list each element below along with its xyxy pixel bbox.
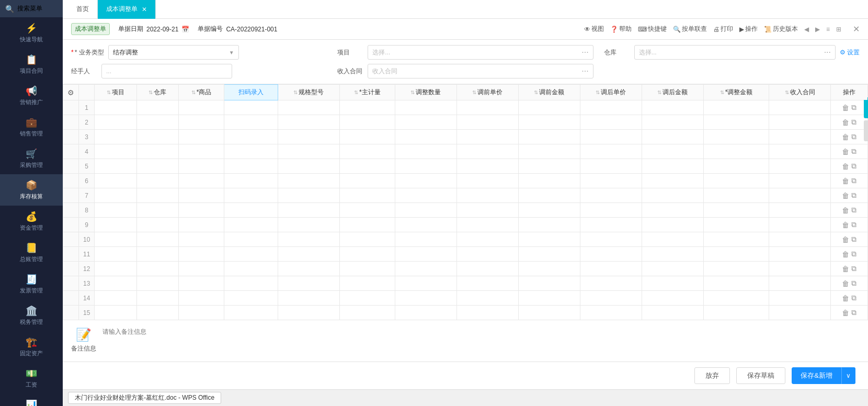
- row-project[interactable]: [95, 174, 136, 188]
- sidebar-item-purchase-management[interactable]: 🛒 采购管理: [0, 143, 63, 174]
- row-adjust-amount[interactable]: [703, 188, 769, 203]
- row-before-amount[interactable]: [518, 276, 580, 291]
- row-product[interactable]: [178, 291, 224, 306]
- sidebar-item-sales-promotion[interactable]: 📢 营销推广: [0, 80, 63, 111]
- nav-prev-button[interactable]: ◀: [804, 26, 809, 33]
- row-copy-icon[interactable]: ⧉: [851, 250, 856, 258]
- row-after-price[interactable]: [580, 144, 642, 159]
- col-settings[interactable]: ⚙: [63, 85, 79, 100]
- row-adjust-qty[interactable]: [395, 174, 457, 188]
- row-product[interactable]: [178, 306, 224, 320]
- save-draft-button[interactable]: 保存草稿: [736, 367, 785, 384]
- row-income-contract[interactable]: [769, 247, 831, 262]
- sidebar-item-fixed-assets[interactable]: 🏗️ 固定资产: [0, 331, 63, 363]
- row-spec-type[interactable]: [278, 306, 339, 320]
- row-delete-icon[interactable]: 🗑: [842, 177, 849, 185]
- row-copy-icon[interactable]: ⧉: [851, 118, 856, 127]
- col-unit[interactable]: ⇅*主计量: [339, 85, 395, 100]
- sidebar-item-fund-management[interactable]: 💰 资金管理: [0, 206, 63, 237]
- row-income-contract[interactable]: [769, 174, 831, 188]
- row-copy-icon[interactable]: ⧉: [851, 308, 856, 317]
- row-delete-icon[interactable]: 🗑: [842, 191, 849, 200]
- row-adjust-amount[interactable]: [703, 203, 769, 218]
- row-product[interactable]: [178, 174, 224, 188]
- row-after-price[interactable]: [580, 291, 642, 306]
- row-product[interactable]: [178, 144, 224, 159]
- row-adjust-amount[interactable]: [703, 130, 769, 144]
- row-before-amount[interactable]: [518, 159, 580, 174]
- row-unit[interactable]: [339, 130, 395, 144]
- row-adjust-amount[interactable]: [703, 100, 769, 115]
- income-contract-input[interactable]: 收入合同 ···: [368, 64, 593, 78]
- row-spec-type[interactable]: [278, 218, 339, 232]
- row-after-amount[interactable]: [642, 306, 703, 320]
- row-copy-icon[interactable]: ⧉: [851, 220, 856, 229]
- row-before-amount[interactable]: [518, 306, 580, 320]
- table-row[interactable]: 10 🗑 ⧉: [63, 232, 868, 247]
- row-after-amount[interactable]: [642, 262, 703, 276]
- row-spec-type[interactable]: [278, 159, 339, 174]
- row-income-contract[interactable]: [769, 188, 831, 203]
- row-scan-input[interactable]: [224, 247, 278, 262]
- row-adjust-qty[interactable]: [395, 115, 457, 130]
- row-adjust-amount[interactable]: [703, 232, 769, 247]
- save-new-arrow-button[interactable]: ∨: [841, 367, 855, 384]
- row-delete-icon[interactable]: 🗑: [842, 133, 849, 141]
- row-unit[interactable]: [339, 306, 395, 320]
- taskbar-item[interactable]: 木门行业好业财处理方案-墓红红.doc - WPS Office: [68, 392, 221, 404]
- row-spec-type[interactable]: [278, 247, 339, 262]
- view-button[interactable]: 👁 视图: [584, 25, 604, 33]
- tab-cost-adjustment[interactable]: 成本调整单 ✕: [98, 0, 156, 19]
- project-input[interactable]: 选择... ···: [368, 45, 593, 60]
- col-before-price[interactable]: ⇅调前单价: [456, 85, 518, 100]
- row-adjust-qty[interactable]: [395, 130, 457, 144]
- row-adjust-qty[interactable]: [395, 203, 457, 218]
- row-adjust-amount[interactable]: [703, 115, 769, 130]
- view-list-icon[interactable]: ≡: [826, 26, 830, 33]
- row-after-price[interactable]: [580, 247, 642, 262]
- row-adjust-qty[interactable]: [395, 159, 457, 174]
- row-after-amount[interactable]: [642, 203, 703, 218]
- row-warehouse[interactable]: [136, 203, 178, 218]
- col-project[interactable]: ⇅项目: [95, 85, 136, 100]
- row-product[interactable]: [178, 276, 224, 291]
- save-new-main-button[interactable]: 保存&新增: [792, 367, 841, 384]
- row-spec-type[interactable]: [278, 232, 339, 247]
- row-copy-icon[interactable]: ⧉: [851, 264, 856, 273]
- sidebar-item-quick-nav[interactable]: ⚡ 快速导航: [0, 17, 63, 49]
- table-row[interactable]: 3 🗑 ⧉: [63, 130, 868, 144]
- row-scan-input[interactable]: [224, 306, 278, 320]
- row-after-amount[interactable]: [642, 159, 703, 174]
- operate-button[interactable]: ▶ 操作: [739, 25, 758, 33]
- row-warehouse[interactable]: [136, 262, 178, 276]
- row-before-amount[interactable]: [518, 262, 580, 276]
- row-before-price[interactable]: [456, 203, 518, 218]
- row-product[interactable]: [178, 115, 224, 130]
- row-warehouse[interactable]: [136, 291, 178, 306]
- col-scan-input[interactable]: 扫码录入: [224, 85, 278, 100]
- row-after-amount[interactable]: [642, 188, 703, 203]
- row-copy-icon[interactable]: ⧉: [851, 162, 856, 171]
- row-adjust-amount[interactable]: [703, 306, 769, 320]
- table-row[interactable]: 6 🗑 ⧉: [63, 174, 868, 188]
- row-after-price[interactable]: [580, 203, 642, 218]
- row-product[interactable]: [178, 232, 224, 247]
- row-adjust-qty[interactable]: [395, 100, 457, 115]
- row-adjust-amount[interactable]: [703, 159, 769, 174]
- row-income-contract[interactable]: [769, 203, 831, 218]
- row-unit[interactable]: [339, 232, 395, 247]
- row-adjust-qty[interactable]: [395, 144, 457, 159]
- table-row[interactable]: 12 🗑 ⧉: [63, 262, 868, 276]
- row-before-amount[interactable]: [518, 203, 580, 218]
- nav-next-button[interactable]: ▶: [815, 26, 820, 33]
- row-income-contract[interactable]: [769, 232, 831, 247]
- row-after-amount[interactable]: [642, 218, 703, 232]
- table-row[interactable]: 8 🗑 ⧉: [63, 203, 868, 218]
- row-scan-input[interactable]: [224, 218, 278, 232]
- table-row[interactable]: 14 🗑 ⧉: [63, 291, 868, 306]
- row-before-price[interactable]: [456, 232, 518, 247]
- row-after-price[interactable]: [580, 100, 642, 115]
- table-row[interactable]: 15 🗑 ⧉: [63, 306, 868, 320]
- row-before-price[interactable]: [456, 100, 518, 115]
- table-row[interactable]: 5 🗑 ⧉: [63, 159, 868, 174]
